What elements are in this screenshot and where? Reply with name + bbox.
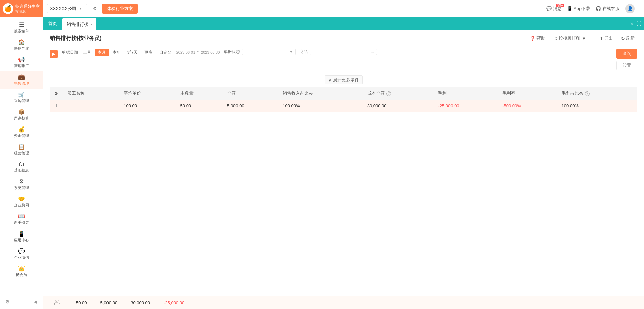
company-selector[interactable]: XXXXXX公司 ▼ [47, 4, 87, 13]
sidebar-item-basic[interactable]: 🗂 基础信息 [0, 158, 43, 175]
footer-cost: 30,000.00 [131, 300, 150, 305]
table-body: 1 100.00 50.00 5,000.00 100.00% 30,000.0… [50, 100, 637, 112]
col-name: 员工名称 [63, 87, 120, 100]
settings-small-btn[interactable]: 设置 [616, 61, 637, 70]
topbar-settings-btn[interactable]: ⚙ [90, 4, 99, 13]
table-footer: 合计 50.00 5,000.00 30,000.00 -25,000.00 [43, 296, 644, 309]
filter-bar: ▶ 单据日期 上月 本月 本年 近7天 更多 自定义 2023-06-01 至 … [43, 45, 644, 74]
col-gross-pct: 毛利占比% ? [558, 87, 637, 100]
refresh-icon: ↻ [621, 36, 625, 41]
print-dropdown-icon: ▼ [582, 36, 586, 41]
footer-gross: -25,000.00 [164, 300, 184, 305]
page-title: 销售排行榜(按业务员) [50, 35, 102, 42]
sidebar-item-wechat[interactable]: 💬 企业微信 [0, 245, 43, 263]
sidebar-item-system[interactable]: ⚙ 系统管理 [0, 175, 43, 193]
search-icon: ☰ [19, 21, 24, 28]
avatar[interactable]: 👤 [625, 4, 635, 13]
refresh-label: 刷新 [626, 35, 635, 41]
sidebar-item-inventory[interactable]: 📦 库存核算 [0, 106, 43, 123]
gross-pct-info-icon: ? [585, 91, 590, 96]
cell-gross-rate: -500.00% [498, 100, 557, 112]
sidebar-item-enterprise[interactable]: 🤝 企业协同 [0, 193, 43, 210]
footer-amount: 5,000.00 [100, 300, 118, 305]
tabbar-fullscreen-btn[interactable]: ⛶ [637, 21, 641, 27]
message-icon: 💬 [546, 6, 552, 11]
tab-close-btn[interactable]: × [90, 22, 92, 27]
date-range-display: 2023-06-01 至 2023-06-30 [176, 50, 220, 55]
query-btn[interactable]: 查询 [616, 49, 637, 59]
cell-sales-pct: 100.00% [278, 100, 363, 112]
tab-home[interactable]: 首页 [43, 17, 62, 30]
cell-index: 1 [50, 100, 63, 112]
tabbar-close-all-btn[interactable]: ✕ [630, 21, 634, 27]
sidebar-item-shortcut[interactable]: 🏠 快捷导航 [0, 36, 43, 54]
enterprise-icon: 🤝 [18, 196, 25, 202]
help-btn[interactable]: ❓ 帮助 [527, 34, 548, 42]
cell-name [63, 100, 120, 112]
goods-select[interactable]: … [310, 49, 377, 55]
app-download-label: App下载 [574, 6, 590, 12]
cell-gross-pct: 100.00% [558, 100, 637, 112]
date-filter-label: 单据日期 [62, 50, 78, 55]
date-filter-group: 单据日期 上月 本月 本年 近7天 更多 自定义 2023-06-01 至 20… [62, 49, 220, 56]
logo-icon: 🍊 [3, 3, 13, 14]
expand-more-btn[interactable]: ∨ 展开更多条件 [325, 75, 363, 84]
date-curr-btn[interactable]: 本月 [95, 49, 109, 56]
date-prev-btn[interactable]: 上月 [80, 49, 94, 56]
tab-active-label: 销售排行榜 [67, 21, 88, 28]
col-settings[interactable]: ⚙ [50, 87, 63, 100]
date-year-btn[interactable]: 本年 [110, 49, 124, 56]
export-icon: ⬆ [600, 36, 603, 41]
expand-more-label: 展开更多条件 [333, 77, 359, 83]
col-gross-rate: 毛利率 [498, 87, 557, 100]
sidebar-item-marketing[interactable]: 📢 营销推广 [0, 54, 43, 71]
table-wrapper: ⚙ 员工名称 平均单价 主数量 全额 [43, 87, 644, 296]
message-badge: 99+ [556, 4, 564, 7]
sidebar-item-search[interactable]: ☰ 搜索菜单 [0, 19, 43, 36]
tab-active[interactable]: 销售排行榜 × [62, 18, 96, 31]
status-select[interactable]: ▼ [242, 49, 296, 55]
filter-expand-icon-btn[interactable]: ▶ [50, 50, 58, 58]
sidebar-item-member[interactable]: 👑 畅会员 [0, 263, 43, 280]
sidebar-item-appstore[interactable]: 📱 应用中心 [0, 228, 43, 245]
sidebar-settings-btn[interactable]: ⚙ [3, 297, 12, 306]
refresh-btn[interactable]: ↻ 刷新 [618, 34, 637, 42]
inventory-icon: 📦 [18, 109, 25, 115]
cell-avg-price: 100.00 [120, 100, 176, 112]
operations-icon: 📋 [18, 144, 25, 150]
try-industry-btn[interactable]: 体验行业方案 [102, 4, 138, 14]
guide-icon: 📖 [18, 213, 25, 219]
main-area: XXXXXX公司 ▼ ⚙ 体验行业方案 💬 消息 99+ 📱 App下载 🎧 在… [43, 0, 644, 309]
date-7days-btn[interactable]: 近7天 [124, 49, 141, 56]
online-service-btn[interactable]: 🎧 在线客服 [596, 6, 620, 12]
topbar: XXXXXX公司 ▼ ⚙ 体验行业方案 💬 消息 99+ 📱 App下载 🎧 在… [43, 0, 644, 17]
app-download-btn[interactable]: 📱 App下载 [567, 6, 590, 12]
goods-filter-label: 商品 [300, 49, 308, 55]
service-icon: 🎧 [596, 6, 601, 11]
logo-text-block: 畅康通好生意 标准版 [15, 4, 40, 14]
sidebar-collapse-btn[interactable]: ◀ [31, 297, 40, 306]
sidebar-item-purchase[interactable]: 🛒 采购管理 [0, 89, 43, 106]
print-label: 按模板打印 [559, 35, 581, 41]
export-btn[interactable]: ⬆ 导出 [597, 34, 616, 42]
divider1 [593, 36, 593, 41]
sidebar-item-guide[interactable]: 📖 新手引导 [0, 210, 43, 228]
content-area: 销售排行榜(按业务员) ❓ 帮助 🖨 按模板打印 ▼ ⬆ 导出 ↻ [43, 30, 644, 309]
footer-sum-label: 合计 [54, 300, 62, 306]
marketing-icon: 📢 [18, 56, 25, 63]
basic-icon: 🗂 [19, 161, 24, 167]
sidebar-item-sales[interactable]: 💼 销售管理 [0, 71, 43, 89]
sidebar-item-operations[interactable]: 📋 经营管理 [0, 141, 43, 158]
status-filter-group: 单据状态 ▼ [224, 49, 296, 55]
date-custom-btn[interactable]: 自定义 [156, 49, 174, 56]
sidebar-item-finance[interactable]: 💰 资金管理 [0, 123, 43, 141]
topbar-right: 💬 消息 99+ 📱 App下载 🎧 在线客服 👤 [546, 4, 640, 13]
table-row: 1 100.00 50.00 5,000.00 100.00% 30,000.0… [50, 100, 637, 112]
sidebar-footer: ⚙ ◀ [0, 294, 43, 309]
topbar-message-btn[interactable]: 💬 消息 99+ [546, 6, 562, 12]
cost-info-icon: ? [386, 91, 391, 96]
date-more-btn[interactable]: 更多 [141, 49, 156, 56]
col-amount: 全额 [223, 87, 278, 100]
company-name: XXXXXX公司 [50, 6, 76, 12]
print-btn[interactable]: 🖨 按模板打印 ▼ [551, 34, 589, 42]
